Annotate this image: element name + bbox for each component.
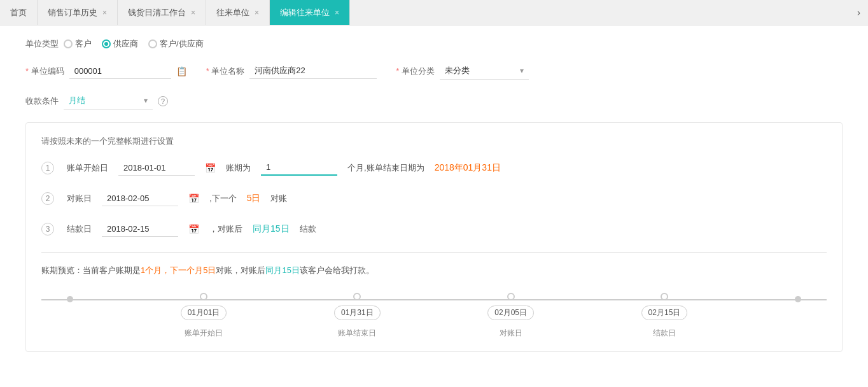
tab-partners[interactable]: 往来单位 × (206, 0, 270, 25)
setting-row-3: 3 结款日 📅 ，对账后 同月15日 结款 (41, 222, 827, 237)
help-icon[interactable]: ? (158, 96, 168, 106)
unit-type-field: 单位类型 客户 供应商 客户/供应商 (25, 38, 204, 50)
node-dot-1 (200, 293, 207, 300)
tab-more-button[interactable]: › (850, 7, 868, 18)
main-content: 单位类型 客户 供应商 客户/供应商 单位编码 📋 (0, 25, 868, 387)
timeline-nodes: 01月01日 账单开始日 01月31日 账单结束日 02月05日 对账日 (67, 293, 801, 339)
radio-supplier-label: 供应商 (113, 38, 138, 50)
radio-customer-circle (64, 39, 73, 48)
months-suffix: 个月,账单结束日期为 (347, 162, 424, 174)
tab-home-label: 首页 (10, 7, 27, 18)
tab-home[interactable]: 首页 (0, 0, 38, 25)
payment-condition-field: 收款条件 月结 ▾ ? (25, 92, 168, 109)
unit-category-select[interactable]: 未分类 ▾ (440, 62, 529, 80)
payment-condition-label: 收款条件 (25, 95, 59, 107)
unit-info-row: 单位编码 📋 单位名称 单位分类 未分类 ▾ (25, 62, 843, 80)
radio-supplier-circle (102, 39, 111, 48)
unit-code-icon[interactable]: 📋 (176, 66, 187, 76)
node-desc-2: 账单结束日 (338, 328, 376, 339)
tab-partners-close[interactable]: × (255, 8, 259, 17)
timeline-node-4: 02月15日 结款日 (641, 293, 688, 339)
payment-date-label: 结款日 (67, 223, 92, 235)
radio-customer-label: 客户 (75, 38, 92, 50)
node-desc-3: 对账日 (500, 328, 522, 339)
unit-type-row: 单位类型 客户 供应商 客户/供应商 (25, 38, 843, 50)
bill-start-cal-icon[interactable]: 📅 (205, 163, 216, 173)
section-title: 请按照未来的一个完整帐期进行设置 (41, 136, 827, 147)
reconcile-prefix: ,下一个 (209, 193, 237, 204)
reconcile-day-highlight: 5日 (247, 193, 261, 204)
tab-cash-work[interactable]: 钱货日清工作台 × (118, 0, 206, 25)
node-dot-4 (661, 293, 668, 300)
chevron-down-icon: ▾ (144, 96, 148, 105)
tab-cash-work-close[interactable]: × (191, 8, 195, 17)
payment-condition-select[interactable]: 月结 ▾ (64, 92, 153, 109)
period-for-label: 账期为 (226, 162, 251, 174)
tab-edit-partner-label: 编辑往来单位 (280, 7, 330, 18)
node-desc-4: 结款日 (653, 328, 676, 339)
unit-name-input[interactable] (249, 64, 377, 79)
tab-partners-label: 往来单位 (216, 7, 249, 18)
node-dot-3 (507, 293, 515, 300)
setting-row-1: 1 账单开始日 📅 账期为 个月,账单结束日期为 2018年01月31日 (41, 160, 827, 176)
payment-prefix: ，对账后 (209, 223, 242, 235)
tab-sales-history-close[interactable]: × (102, 8, 107, 17)
preview-day5: 下一个月5日 (170, 265, 216, 275)
node-label-1: 01月01日 (181, 306, 227, 320)
row-number-1: 1 (41, 162, 54, 174)
payment-condition-row: 收款条件 月结 ▾ ? (25, 92, 843, 109)
node-label-3: 02月05日 (487, 306, 534, 320)
period-input[interactable] (261, 160, 337, 176)
unit-code-field: 单位编码 📋 (25, 64, 187, 79)
setting-row-2: 2 对账日 📅 ,下一个5日 对账 (41, 191, 827, 206)
preview-1month: 1个月， (141, 265, 170, 275)
radio-supplier[interactable]: 供应商 (102, 38, 138, 50)
reconcile-label: 对账日 (67, 193, 92, 204)
payment-suffix: 结款 (300, 223, 316, 235)
preview-label: 账期预览：当前客户账期是 (41, 265, 141, 275)
unit-name-label: 单位名称 (206, 66, 245, 77)
row-number-2: 2 (41, 192, 54, 205)
timeline-container: 01月01日 账单开始日 01月31日 账单结束日 02月05日 对账日 (41, 293, 827, 339)
tab-edit-partner[interactable]: 编辑往来单位 × (270, 0, 350, 25)
timeline-node-2: 01月31日 账单结束日 (334, 293, 381, 339)
bill-start-label: 账单开始日 (67, 162, 108, 174)
timeline-node-3: 02月05日 对账日 (487, 293, 534, 339)
unit-code-label: 单位编码 (25, 66, 64, 77)
radio-both[interactable]: 客户/供应商 (148, 38, 204, 50)
node-dot-2 (353, 293, 361, 300)
bill-start-date[interactable] (118, 160, 195, 176)
reconcile-date[interactable] (102, 191, 178, 206)
tab-sales-history-label: 销售订单历史 (48, 7, 97, 18)
unit-category-field: 单位分类 未分类 ▾ (396, 62, 529, 80)
unit-type-radio-group: 客户 供应商 客户/供应商 (64, 38, 204, 50)
timeline-end-dot (795, 296, 801, 302)
preview-day15: 同月15日 (265, 265, 299, 275)
preview-part3: 对账，对账后 (216, 265, 265, 275)
unit-category-value: 未分类 (445, 65, 515, 76)
payment-day-highlight: 同月15日 (253, 223, 290, 235)
tab-bar: 首页 销售订单历史 × 钱货日清工作台 × 往来单位 × 编辑往来单位 × › (0, 0, 868, 25)
reconcile-suffix: 对账 (270, 193, 287, 204)
radio-both-label: 客户/供应商 (160, 38, 204, 50)
preview-part5: 该客户会给我打款。 (300, 265, 374, 275)
node-label-2: 01月31日 (334, 306, 381, 320)
unit-type-label: 单位类型 (25, 38, 59, 50)
settings-section: 请按照未来的一个完整帐期进行设置 1 账单开始日 📅 账期为 个月,账单结束日期… (25, 122, 843, 352)
preview-text: 账期预览：当前客户账期是1个月，下一个月5日对账，对账后同月15日该客户会给我打… (41, 263, 827, 278)
radio-customer[interactable]: 客户 (64, 38, 92, 50)
bill-end-date-highlight: 2018年01月31日 (435, 162, 501, 174)
tab-edit-partner-close[interactable]: × (335, 8, 339, 17)
reconcile-cal-icon[interactable]: 📅 (188, 194, 199, 204)
payment-date[interactable] (102, 222, 178, 237)
row-number-3: 3 (41, 223, 54, 236)
chevron-down-icon: ▾ (520, 66, 524, 75)
unit-code-input[interactable] (69, 64, 171, 79)
payment-cal-icon[interactable]: 📅 (188, 224, 199, 234)
unit-category-label: 单位分类 (396, 66, 435, 77)
radio-both-circle (148, 39, 157, 48)
preview-section: 账期预览：当前客户账期是1个月，下一个月5日对账，对账后同月15日该客户会给我打… (41, 252, 827, 339)
tab-cash-work-label: 钱货日清工作台 (128, 7, 186, 18)
tab-sales-history[interactable]: 销售订单历史 × (38, 0, 118, 25)
timeline-start-dot (67, 296, 73, 302)
